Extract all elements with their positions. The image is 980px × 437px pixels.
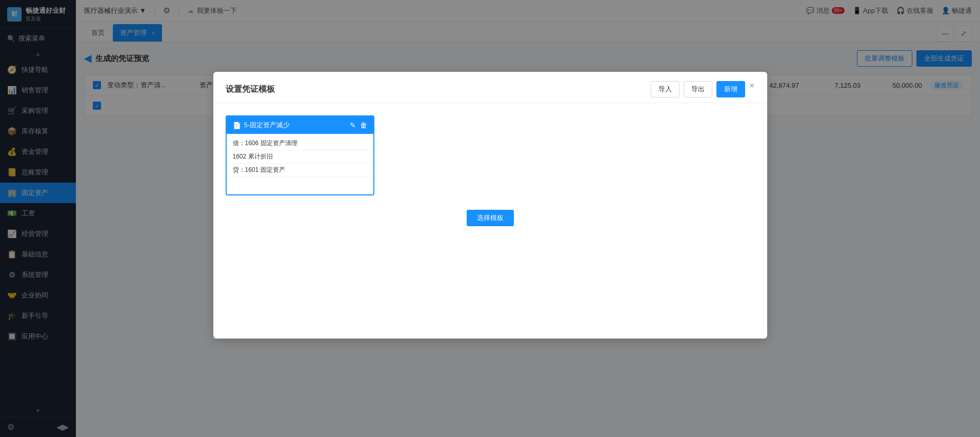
template-actions: ✎ 🗑 (350, 121, 367, 129)
modal-header-actions: 导入 导出 新增 × (651, 81, 755, 97)
template-name: 📄 5-固定资产减少 (233, 121, 290, 130)
export-btn[interactable]: 导出 (684, 81, 712, 97)
template-footer: 选择模板 (226, 204, 755, 226)
modal-title: 设置凭证模板 (226, 84, 275, 95)
voucher-template-modal: 设置凭证模板 导入 导出 新增 × 📄 5-固定资产减少 ✎ 🗑 (213, 72, 767, 339)
debit-row-1-label: 借：1606 固定资产清理 (233, 139, 305, 148)
template-row-3: 贷：1601 固定资产 (227, 164, 373, 177)
debit-row-2-label: 1602 累计折旧 (233, 152, 305, 161)
template-row-2: 1602 累计折旧 (227, 150, 373, 164)
new-template-btn[interactable]: 新增 (716, 81, 745, 97)
template-delete-icon[interactable]: 🗑 (360, 121, 367, 129)
import-btn[interactable]: 导入 (651, 81, 679, 97)
credit-row-1-label: 贷：1601 固定资产 (233, 166, 305, 174)
template-card-header: 📄 5-固定资产减少 ✎ 🗑 (227, 116, 373, 134)
template-card-body: 借：1606 固定资产清理 1602 累计折旧 贷：1601 固定资产 (227, 134, 373, 194)
modal-close-btn[interactable]: × (749, 81, 755, 97)
template-row-1: 借：1606 固定资产清理 (227, 137, 373, 150)
template-empty-row (227, 177, 373, 191)
modal-body: 📄 5-固定资产减少 ✎ 🗑 借：1606 固定资产清理 1602 累计折旧 (213, 103, 767, 239)
template-card: 📄 5-固定资产减少 ✎ 🗑 借：1606 固定资产清理 1602 累计折旧 (226, 115, 374, 195)
select-template-btn[interactable]: 选择模板 (467, 210, 514, 226)
template-doc-icon: 📄 (233, 122, 241, 129)
template-edit-icon[interactable]: ✎ (350, 121, 356, 129)
modal-header: 设置凭证模板 导入 导出 新增 × (213, 72, 767, 103)
